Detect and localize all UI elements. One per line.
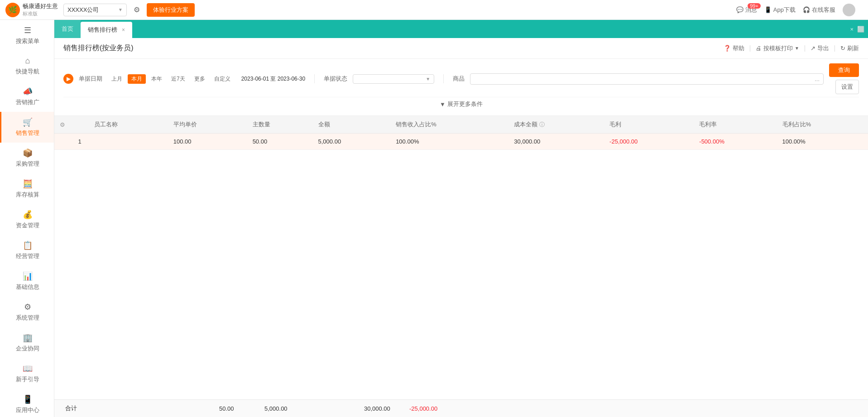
avatar[interactable]: [843, 4, 855, 16]
logo-icon: 🌿: [5, 3, 20, 17]
footer-cells: 50.00 5,000.00 30,000.00 -25,000.00: [96, 405, 863, 412]
col-profit: 毛利: [604, 116, 694, 134]
divider1: [750, 45, 750, 52]
expand-more-btn[interactable]: ▼ 展开更多条件: [63, 97, 859, 111]
cell-rank: 1: [71, 134, 89, 150]
company-name: XXXXX公司: [67, 6, 116, 14]
tab-bar: 首页 销售排行榜 × × ⬜: [54, 20, 868, 38]
sidebar-item-inventory[interactable]: 🧮 库存核算: [0, 173, 54, 204]
date-tab-custom[interactable]: 自定义: [211, 74, 234, 84]
sidebar-item-system[interactable]: ⚙ 系统管理: [0, 297, 54, 327]
main-layout: ☰ 搜索菜单 ⌂ 快捷导航 📣 营销推广 🛒 销售管理 📦 采购管理 🧮 库存核…: [0, 20, 868, 417]
tab-close-window-icon[interactable]: ×: [850, 26, 854, 33]
print-chevron-icon: ▼: [795, 46, 799, 51]
settings-button[interactable]: 设置: [835, 80, 859, 94]
sidebar-label-system: 系统管理: [16, 314, 39, 322]
filter-row-1: ▶ 单据日期 上月 本月 本年 近7天 更多 自定义 2023-06-01 至 …: [63, 63, 859, 94]
print-icon: 🖨: [756, 45, 762, 52]
tab-home[interactable]: 首页: [54, 20, 81, 38]
sidebar-item-quick-nav[interactable]: ⌂ 快捷导航: [0, 51, 54, 81]
search-icon: ☰: [24, 25, 31, 35]
ellipsis-icon[interactable]: ...: [815, 76, 820, 82]
sidebar-item-marketing[interactable]: 📣 营销推广: [0, 81, 54, 112]
col-amount: 全额: [313, 116, 391, 134]
chevron-down-icon2: ▼: [426, 77, 430, 81]
inventory-icon: 🧮: [23, 179, 33, 189]
logo-area: 🌿 畅康通好生意 标准版: [5, 3, 60, 17]
chevron-down-icon: ▼: [118, 7, 123, 12]
app-download-button[interactable]: 📱 App下载: [764, 6, 796, 14]
app-icon: 📱: [23, 394, 33, 404]
tab-sales-rank-label: 销售排行榜: [88, 26, 117, 34]
page-title: 销售排行榜(按业务员): [63, 43, 134, 53]
header-actions: ❓ 帮助 🖨 按模板打印 ▼ ↗ 导出: [724, 44, 859, 53]
tab-close-icon[interactable]: ×: [122, 27, 125, 33]
filter-toggle-arrow[interactable]: ▶: [63, 74, 73, 84]
col-quantity: 主数量: [247, 116, 313, 134]
expand-icon: ▼: [440, 101, 446, 108]
sidebar-label-search: 搜索菜单: [16, 37, 39, 45]
logo-line1: 畅康通好生意: [23, 3, 58, 10]
sidebar-item-guide[interactable]: 📖 新手引导: [0, 358, 54, 389]
sidebar-label-app: 应用中心: [16, 406, 39, 414]
cell-name: [89, 134, 168, 150]
enterprise-icon: 🏢: [23, 333, 33, 343]
topbar-settings-icon[interactable]: ⚙: [130, 4, 143, 16]
sidebar-item-app[interactable]: 📱 应用中心: [0, 389, 54, 417]
footer-label: 合计: [60, 404, 96, 412]
sidebar-item-enterprise[interactable]: 🏢 企业协同: [0, 327, 54, 358]
date-tab-7days[interactable]: 近7天: [168, 74, 189, 84]
cell-avg-price: 100.00: [168, 134, 247, 150]
footer-amount: 5,000.00: [259, 405, 304, 412]
online-service-label: 在线客服: [812, 6, 835, 14]
col-name: 员工名称: [89, 116, 168, 134]
date-tab-more[interactable]: 更多: [191, 74, 209, 84]
sidebar-item-sales[interactable]: 🛒 销售管理: [0, 112, 54, 143]
export-icon: ↗: [810, 45, 815, 52]
sidebar-item-search[interactable]: ☰ 搜索菜单: [0, 20, 54, 51]
footer-cost: 30,000.00: [359, 405, 404, 412]
tab-maximize-icon[interactable]: ⬜: [857, 26, 864, 33]
sidebar-label-marketing: 营销推广: [16, 98, 39, 106]
cell-profit: -25,000.00: [604, 134, 694, 150]
query-button[interactable]: 查询: [829, 63, 859, 77]
tab-sales-rank[interactable]: 销售排行榜 ×: [81, 22, 132, 38]
cell-sales-pct: 100.00%: [390, 134, 508, 150]
cell-amount: 5,000.00: [313, 134, 391, 150]
print-button[interactable]: 🖨 按模板打印 ▼: [756, 44, 799, 53]
trial-button[interactable]: 体验行业方案: [147, 3, 195, 17]
status-select[interactable]: ▼: [353, 74, 434, 84]
date-tab-this-year[interactable]: 本年: [148, 74, 166, 84]
refresh-button[interactable]: ↻ 刷新: [840, 44, 859, 53]
sidebar-item-finance[interactable]: 💰 资金管理: [0, 204, 54, 235]
sidebar-item-purchase[interactable]: 📦 采购管理: [0, 143, 54, 173]
sidebar-label-enterprise: 企业协同: [16, 345, 39, 353]
date-tab-last-month[interactable]: 上月: [108, 74, 126, 84]
status-label: 单据状态: [324, 75, 347, 83]
sidebar-label-sales: 销售管理: [16, 129, 39, 137]
export-button[interactable]: ↗ 导出: [810, 44, 829, 53]
headset-icon: 🎧: [803, 6, 810, 13]
message-button[interactable]: 💬 消息 99+: [736, 6, 757, 14]
finance-icon: 💰: [23, 210, 33, 220]
content-area: 首页 销售排行榜 × × ⬜ 销售排行榜(按业务员) ❓ 帮助: [54, 20, 868, 417]
cost-info-icon: ⓘ: [539, 121, 545, 128]
footer-profit: -25,000.00: [404, 405, 449, 412]
help-button[interactable]: ❓ 帮助: [724, 44, 744, 53]
help-label: 帮助: [733, 44, 744, 53]
operations-icon: 📋: [23, 240, 33, 250]
purchase-icon: 📦: [23, 148, 33, 158]
company-selector[interactable]: XXXXX公司 ▼: [63, 4, 127, 16]
page-header: 销售排行榜(按业务员) ❓ 帮助 🖨 按模板打印 ▼ ↗: [54, 38, 868, 59]
sidebar: ☰ 搜索菜单 ⌂ 快捷导航 📣 营销推广 🛒 销售管理 📦 采购管理 🧮 库存核…: [0, 20, 54, 417]
help-icon: ❓: [724, 45, 731, 52]
table-header-row: ⚙ 员工名称 平均单价 主数量 全额 销售收入占比% 成本全额 ⓘ 毛利 毛利率…: [54, 116, 868, 134]
sidebar-item-basic[interactable]: 📊 基础信息: [0, 266, 54, 297]
sidebar-item-operations[interactable]: 📋 经营管理: [0, 235, 54, 266]
date-tab-this-month[interactable]: 本月: [128, 74, 146, 84]
online-service-button[interactable]: 🎧 在线客服: [803, 6, 835, 14]
system-icon: ⚙: [24, 302, 31, 312]
goods-input[interactable]: ...: [470, 73, 824, 85]
col-settings[interactable]: ⚙: [54, 116, 71, 134]
date-label: 单据日期: [79, 75, 102, 83]
